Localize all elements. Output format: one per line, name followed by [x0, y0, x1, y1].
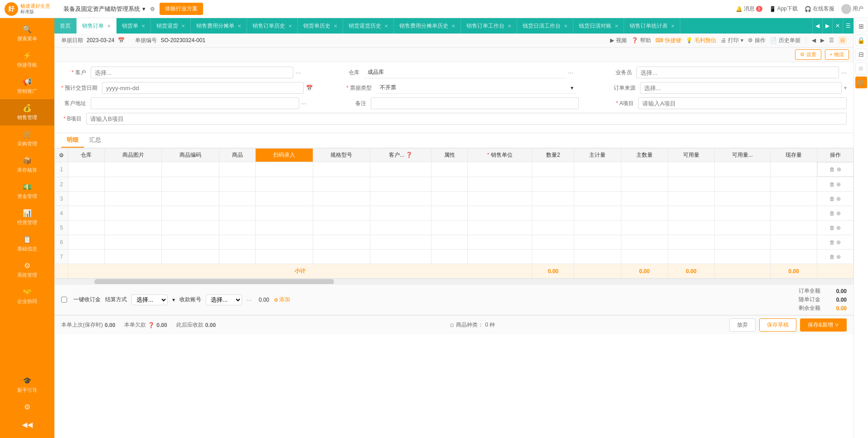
collection-select[interactable]: 选择... [206, 294, 242, 305]
cell-ops-6[interactable]: 🗑 ⊕ [817, 235, 853, 250]
cell-avail2-5[interactable] [715, 221, 771, 235]
sidebar-collapse[interactable]: ◀◀ [0, 416, 54, 433]
cell-sku-3[interactable] [162, 192, 219, 206]
sidebar-item-system[interactable]: ⚙ 系统管理 [0, 257, 54, 283]
tab-close-icon[interactable]: ✕ [288, 24, 292, 29]
cell-customer-3[interactable] [370, 192, 432, 206]
cell-product-2[interactable] [219, 177, 256, 192]
sidebar-item-operations[interactable]: 📊 经营管理 [0, 204, 54, 231]
cell-attr-6[interactable] [432, 235, 468, 250]
toolbar-profit[interactable]: 💡 毛利预估 [686, 37, 716, 44]
cell-unit-7[interactable] [468, 250, 532, 264]
cell-spec-3[interactable] [313, 192, 370, 206]
cell-stock-6[interactable] [770, 235, 817, 250]
cell-ops-3[interactable]: 🗑 ⊕ [817, 192, 853, 206]
cell-ops-2[interactable]: 🗑 ⊕ [817, 177, 853, 192]
rt-btn-4[interactable]: ☆ [855, 63, 867, 74]
tab-sales-return[interactable]: 销货退货 ✕ [151, 18, 191, 34]
tab-summary[interactable]: 汇总 [84, 133, 107, 148]
order-source-input[interactable] [640, 82, 842, 94]
address-ellipsis[interactable]: ··· [301, 100, 307, 107]
cell-mqty-1[interactable] [621, 162, 668, 177]
cell-image-6[interactable] [104, 235, 162, 250]
cell-munit-5[interactable] [574, 221, 621, 235]
delete-icon-6[interactable]: 🗑 [829, 239, 835, 245]
tab-close-icon[interactable]: ✕ [615, 24, 618, 29]
tab-close-icon[interactable]: ✕ [384, 24, 388, 29]
cell-mqty-2[interactable] [621, 177, 668, 192]
grid-view-icon[interactable]: ☰ [829, 37, 834, 43]
discard-button[interactable]: 放弃 [729, 318, 756, 332]
cell-customer-5[interactable] [370, 221, 432, 235]
order-source-dropdown-icon[interactable]: ▾ [844, 85, 847, 91]
cell-munit-2[interactable] [574, 177, 621, 192]
toolbar-ops[interactable]: ⚙ 操作 [748, 37, 766, 44]
cell-scan-6[interactable] [255, 235, 313, 250]
cell-avail-7[interactable] [668, 250, 714, 264]
add-payment-button[interactable]: ⊕ 添加 [274, 296, 290, 303]
cell-product-7[interactable] [219, 250, 256, 264]
customer-input[interactable] [91, 67, 293, 78]
notice-item[interactable]: 🔔 消息 8 [736, 5, 762, 13]
cell-ops-4[interactable]: 🗑 ⊕ [817, 206, 853, 221]
cell-sku-1[interactable] [162, 162, 219, 177]
cell-spec-5[interactable] [313, 221, 370, 235]
cell-avail2-6[interactable] [715, 235, 771, 250]
tab-menu[interactable]: ☰ [843, 18, 853, 34]
help-col-icon[interactable]: ❓ [406, 152, 412, 158]
cell-product-3[interactable] [219, 192, 256, 206]
cell-sku-7[interactable] [162, 250, 219, 264]
tab-detail[interactable]: 明细 [61, 133, 84, 148]
cell-munit-3[interactable] [574, 192, 621, 206]
cell-attr-2[interactable] [432, 177, 468, 192]
collection-ellipsis[interactable]: ··· [247, 296, 252, 303]
cell-customer-7[interactable] [370, 250, 432, 264]
cell-warehouse-5[interactable] [68, 221, 105, 235]
rt-btn-3[interactable]: ⊟ [855, 48, 867, 60]
cell-attr-5[interactable] [432, 221, 468, 235]
solution-button[interactable]: 体验行业方案 [160, 3, 203, 15]
cell-warehouse-1[interactable] [68, 162, 105, 177]
cell-spec-4[interactable] [313, 206, 370, 221]
cell-ops-5[interactable]: 🗑 ⊕ [817, 221, 853, 235]
cell-avail-1[interactable] [668, 162, 714, 177]
cell-mqty-3[interactable] [621, 192, 668, 206]
cell-mqty-5[interactable] [621, 221, 668, 235]
b-project-input[interactable] [86, 113, 847, 125]
cell-ops-1[interactable]: 🗑 ⊕ [817, 162, 853, 177]
delete-icon-5[interactable]: 🗑 [829, 225, 835, 231]
sidebar-item-guide[interactable]: 🎓 新手引导 [0, 372, 54, 398]
cell-scan-5[interactable] [255, 221, 313, 235]
sidebar-item-sales[interactable]: 💰 销售管理 [0, 99, 54, 125]
cell-warehouse-4[interactable] [68, 206, 105, 221]
current-debt-help-icon[interactable]: ❓ [148, 322, 155, 328]
sidebar-item-finance[interactable]: 💵 资金管理 [0, 178, 54, 204]
cell-scan-7[interactable] [255, 250, 313, 264]
tab-close-icon[interactable]: ✕ [451, 24, 455, 29]
col-settings[interactable]: ⚙ [55, 149, 68, 162]
tab-next-arrow[interactable]: ▶ [822, 18, 832, 34]
cell-customer-6[interactable] [370, 235, 432, 250]
cell-image-5[interactable] [104, 221, 162, 235]
cell-warehouse-2[interactable] [68, 177, 105, 192]
tab-close-icon[interactable]: ✕ [238, 24, 241, 29]
tab-close-icon[interactable]: ✕ [671, 24, 674, 29]
cell-mqty-6[interactable] [621, 235, 668, 250]
scroll-bar-container[interactable] [54, 279, 853, 284]
cell-image-7[interactable] [104, 250, 162, 264]
tab-return-history[interactable]: 销货退货历史 ✕ [343, 18, 394, 34]
tab-order-stats[interactable]: 销售订单统计表 ✕ [624, 18, 680, 34]
tab-close-icon[interactable]: ✕ [141, 24, 145, 29]
calendar2-icon[interactable]: 📅 [306, 85, 313, 91]
cell-image-2[interactable] [104, 177, 162, 192]
cell-avail2-2[interactable] [715, 177, 771, 192]
cell-warehouse-3[interactable] [68, 192, 105, 206]
cell-spec-7[interactable] [313, 250, 370, 264]
cell-qty2-3[interactable] [532, 192, 574, 206]
cell-avail-2[interactable] [668, 177, 714, 192]
cell-sku-2[interactable] [162, 177, 219, 192]
cell-stock-7[interactable] [770, 250, 817, 264]
copy-icon-6[interactable]: ⊕ [836, 239, 841, 245]
cell-avail-5[interactable] [668, 221, 714, 235]
cell-customer-2[interactable] [370, 177, 432, 192]
